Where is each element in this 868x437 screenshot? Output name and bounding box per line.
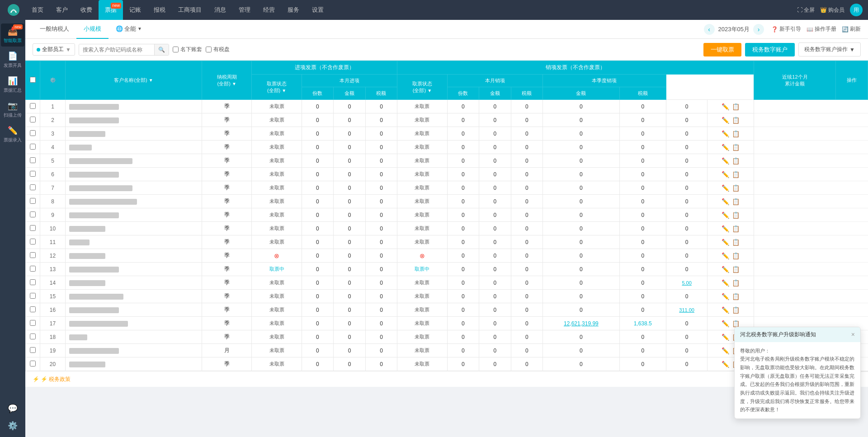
row-checkbox[interactable]: [30, 157, 36, 163]
nav-home[interactable]: 首页: [25, 0, 50, 20]
edit-icon[interactable]: ✏️: [722, 130, 729, 137]
row-checkbox[interactable]: [30, 198, 36, 204]
nav-tax[interactable]: 报税: [147, 0, 172, 20]
edit-icon[interactable]: ✏️: [722, 306, 729, 314]
guide-btn[interactable]: ❓ 新手引导: [771, 25, 801, 33]
manual-btn[interactable]: 📖 操作手册: [807, 25, 836, 33]
copy-icon[interactable]: 📋: [732, 252, 740, 259]
row-checkbox[interactable]: [30, 144, 36, 150]
notification-close-btn[interactable]: ×: [851, 331, 855, 338]
search-input[interactable]: [79, 44, 154, 55]
edit-icon[interactable]: ✏️: [722, 361, 729, 368]
search-button[interactable]: 🔍: [154, 44, 169, 55]
edit-icon[interactable]: ✏️: [722, 117, 729, 124]
tab-full-ability[interactable]: 🌐 全能 ▼: [108, 20, 149, 39]
row-checkbox[interactable]: [30, 103, 36, 109]
prev-period-btn[interactable]: ‹: [704, 24, 715, 35]
copy-icon[interactable]: 📋: [732, 225, 740, 232]
copy-icon[interactable]: 📋: [732, 211, 740, 219]
row-checkbox[interactable]: [30, 117, 36, 122]
fullscreen-btn[interactable]: ⛶ 全屏: [797, 6, 815, 14]
nav-message[interactable]: 消息: [208, 0, 232, 20]
employee-select[interactable]: 全部员工 ▼: [33, 43, 75, 56]
edit-icon[interactable]: ✏️: [722, 103, 729, 110]
under-account-checkbox[interactable]: [173, 47, 179, 52]
copy-icon[interactable]: 📋: [732, 103, 740, 110]
nav-operation[interactable]: 经营: [257, 0, 281, 20]
edit-icon[interactable]: ✏️: [722, 225, 729, 232]
copy-icon[interactable]: 📋: [732, 293, 740, 300]
copy-icon[interactable]: 📋: [732, 130, 740, 137]
row-checkbox[interactable]: [30, 184, 36, 190]
checkbox-under-account[interactable]: 名下账套: [173, 46, 202, 53]
refresh-btn[interactable]: 🔄 刷新: [842, 25, 861, 33]
edit-icon[interactable]: ✏️: [722, 252, 729, 259]
edit-icon[interactable]: ✏️: [722, 266, 729, 273]
copy-icon[interactable]: 📋: [732, 198, 740, 205]
row-checkbox[interactable]: [30, 279, 36, 285]
row-checkbox[interactable]: [30, 320, 36, 326]
one-click-fetch-btn[interactable]: 一键取票: [703, 43, 741, 56]
sidebar-gear[interactable]: ⚙️: [1, 418, 24, 433]
nav-business[interactable]: 工商项目: [172, 0, 208, 20]
copy-icon[interactable]: 📋: [732, 184, 740, 192]
copy-icon[interactable]: 📋: [732, 171, 740, 178]
nav-billing[interactable]: 收费: [74, 0, 99, 20]
edit-icon[interactable]: ✏️: [722, 347, 729, 354]
row-checkbox[interactable]: [30, 361, 36, 367]
copy-icon[interactable]: 📋: [732, 320, 740, 327]
edit-icon[interactable]: ✏️: [722, 198, 729, 205]
nav-settings[interactable]: 设置: [306, 0, 330, 20]
row-checkbox[interactable]: [30, 347, 36, 353]
copy-icon[interactable]: 📋: [732, 266, 740, 273]
edit-icon[interactable]: ✏️: [722, 144, 729, 151]
row-checkbox[interactable]: [30, 306, 36, 312]
edit-icon[interactable]: ✏️: [722, 184, 729, 192]
copy-icon[interactable]: 📋: [732, 117, 740, 124]
edit-icon[interactable]: ✏️: [722, 320, 729, 327]
nav-bookkeeping[interactable]: 记账: [123, 0, 147, 20]
row-checkbox[interactable]: [30, 334, 36, 339]
avatar[interactable]: 用: [850, 4, 863, 16]
row-checkbox[interactable]: [30, 252, 36, 258]
edit-icon[interactable]: ✏️: [722, 211, 729, 219]
sidebar-item-scan-upload[interactable]: 📷 扫描上传: [1, 98, 24, 121]
row-checkbox[interactable]: [30, 225, 36, 231]
tab-small-scale[interactable]: 小规模: [76, 20, 108, 39]
nav-invoice[interactable]: 票据 new: [99, 0, 123, 20]
copy-icon[interactable]: 📋: [732, 279, 740, 287]
row-checkbox[interactable]: [30, 130, 36, 136]
has-tax-disk-checkbox[interactable]: [206, 47, 212, 52]
sidebar-item-invoice-entry[interactable]: ✏️ 票据录入: [1, 123, 24, 146]
edit-icon[interactable]: ✏️: [722, 334, 729, 341]
copy-icon[interactable]: 📋: [732, 239, 740, 246]
row-checkbox[interactable]: [30, 171, 36, 177]
row-checkbox[interactable]: [30, 211, 36, 217]
sidebar-chat[interactable]: 💬: [1, 401, 24, 416]
tax-ops-btn[interactable]: 税务数字账户操作 ▼: [798, 42, 861, 56]
copy-icon[interactable]: 📋: [732, 306, 740, 314]
tax-policy-btn[interactable]: ⚡ ⚡ 税务政策: [25, 374, 78, 385]
row-checkbox[interactable]: [30, 293, 36, 299]
nav-manage[interactable]: 管理: [232, 0, 257, 20]
sidebar-item-open-invoice[interactable]: 📄 发票开具: [1, 48, 24, 71]
edit-icon[interactable]: ✏️: [722, 293, 729, 300]
tax-digital-account-btn[interactable]: 税务数字账户: [745, 43, 795, 56]
edit-icon[interactable]: ✏️: [722, 239, 729, 246]
edit-icon[interactable]: ✏️: [722, 171, 729, 178]
sidebar-item-fetch-invoice[interactable]: 📥 智能取票 new: [1, 23, 24, 47]
row-checkbox[interactable]: [30, 239, 36, 244]
edit-icon[interactable]: ✏️: [722, 157, 729, 164]
sidebar-item-invoice-summary[interactable]: 📊 票据汇总: [1, 73, 24, 96]
member-btn[interactable]: 👑 购会员: [820, 6, 844, 14]
tab-general-taxpayer[interactable]: 一般纳税人: [33, 20, 76, 39]
nav-service[interactable]: 服务: [281, 0, 306, 20]
row-checkbox[interactable]: [30, 266, 36, 272]
select-all-checkbox[interactable]: [30, 77, 36, 83]
copy-icon[interactable]: 📋: [732, 157, 740, 164]
edit-icon[interactable]: ✏️: [722, 279, 729, 287]
next-period-btn[interactable]: ›: [753, 24, 764, 35]
copy-icon[interactable]: 📋: [732, 144, 740, 151]
nav-customer[interactable]: 客户: [50, 0, 74, 20]
checkbox-has-tax-disk[interactable]: 有税盘: [206, 46, 230, 53]
